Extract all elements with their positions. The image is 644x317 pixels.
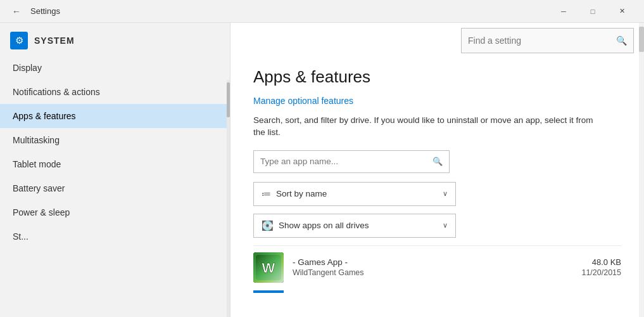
app-publisher: WildTangent Games: [293, 268, 581, 277]
window-controls: ─ □ ✕: [549, 0, 636, 23]
sidebar: ⚙ SYSTEM Display Notifications & actions…: [0, 23, 230, 317]
page-title: Apps & features: [253, 67, 621, 87]
find-setting-search-icon: 🔍: [616, 36, 627, 46]
sidebar-item-power-sleep[interactable]: Power & sleep: [0, 200, 230, 224]
close-icon: ✕: [619, 7, 625, 15]
minimize-button[interactable]: ─: [549, 0, 578, 23]
sidebar-item-storage[interactable]: St...: [0, 224, 230, 249]
sidebar-items: Display Notifications & actions Apps & f…: [0, 56, 230, 317]
sidebar-item-tablet-mode[interactable]: Tablet mode: [0, 152, 230, 176]
app-size: 48.0 KB: [581, 257, 621, 267]
sidebar-header: ⚙ SYSTEM: [0, 23, 230, 56]
content-description: Search, sort, and filter by drive. If yo…: [253, 115, 595, 139]
content-scrollbar-thumb[interactable]: [639, 27, 644, 52]
title-bar: ← Settings ─ □ ✕: [0, 0, 644, 23]
app-icon-box: W: [253, 252, 284, 283]
wildtangent-logo-svg: W: [256, 255, 281, 280]
sidebar-scrollbar-thumb[interactable]: [227, 82, 230, 117]
app-info: - Games App - WildTangent Games: [293, 257, 581, 277]
drive-label: Show apps on all drives: [279, 221, 369, 230]
sidebar-item-apps-features[interactable]: Apps & features: [0, 104, 230, 128]
app-bottom-bar: [253, 290, 284, 293]
app-icon: W: [253, 252, 284, 283]
sidebar-item-multitasking[interactable]: Multitasking: [0, 128, 230, 152]
manage-optional-features-link[interactable]: Manage optional features: [253, 96, 621, 106]
sort-icon: ≔: [262, 188, 271, 200]
back-button[interactable]: ←: [8, 3, 25, 20]
sidebar-item-display[interactable]: Display: [0, 56, 230, 80]
window-title: Settings: [30, 6, 549, 16]
app-meta: 48.0 KB 11/20/2015: [581, 257, 621, 277]
sidebar-item-battery-saver[interactable]: Battery saver: [0, 176, 230, 200]
top-search-container: 🔍: [461, 23, 644, 53]
find-setting-box[interactable]: 🔍: [461, 28, 634, 53]
sidebar-scrollbar-track: [227, 80, 230, 317]
svg-text:W: W: [262, 260, 275, 276]
app-search-icon: 🔍: [432, 157, 443, 166]
system-icon: ⚙: [10, 32, 28, 49]
app-name: - Games App -: [293, 257, 581, 267]
drive-dropdown[interactable]: 💽 Show apps on all drives ∨: [253, 214, 456, 238]
content-area: 🔍 Apps & features Manage optional featur…: [230, 23, 644, 317]
drive-chevron: ∨: [443, 221, 448, 230]
drive-icon: 💽: [262, 220, 274, 231]
close-button[interactable]: ✕: [607, 0, 636, 23]
sort-dropdown[interactable]: ≔ Sort by name ∨: [253, 182, 456, 206]
app-list-item[interactable]: W - Games App - WildTangent Games 48.0 K…: [253, 245, 621, 289]
content-body: Apps & features Manage optional features…: [253, 67, 621, 293]
main-layout: ⚙ SYSTEM Display Notifications & actions…: [0, 23, 644, 317]
app-search-box[interactable]: 🔍: [253, 150, 450, 173]
sort-label: Sort by name: [276, 189, 327, 198]
app-date: 11/20/2015: [581, 268, 621, 277]
maximize-icon: □: [591, 8, 595, 15]
content-scrollbar-track: [639, 23, 644, 317]
minimize-icon: ─: [561, 8, 566, 15]
system-title: SYSTEM: [34, 36, 75, 46]
app-search-input[interactable]: [260, 157, 432, 166]
find-setting-input[interactable]: [468, 36, 611, 46]
back-icon: ←: [12, 6, 21, 16]
sort-chevron: ∨: [443, 190, 448, 198]
maximize-button[interactable]: □: [578, 0, 607, 23]
sidebar-item-notifications[interactable]: Notifications & actions: [0, 80, 230, 104]
